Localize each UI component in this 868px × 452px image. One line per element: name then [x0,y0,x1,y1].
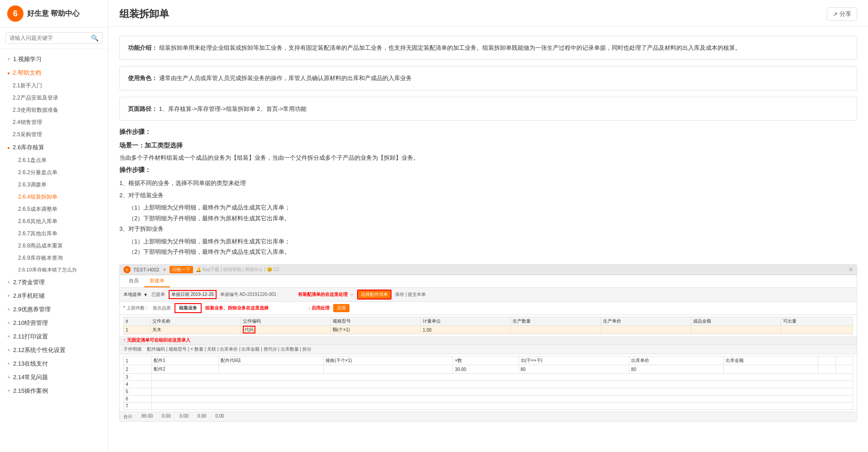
footer-val4: 0.00 [198,414,206,420]
table-row: 7 [124,403,853,410]
share-label: 分享 [840,10,851,18]
sidebar-item-coupon[interactable]: + 2.9优惠券管理 [0,303,108,316]
inner-order-label: 单据编号 AD-20191226-001 [220,291,277,298]
sidebar-item-faq[interactable]: + 2.14常见问题 [0,371,108,384]
sidebar-item-docs[interactable]: ● 2.帮助文档 [0,66,108,80]
cell-unit: 1.00 [421,326,511,334]
cell-prod-price [601,326,691,334]
sidebar-item-ledger-fix[interactable]: 2.6.10库存账本错了怎么办 [0,264,108,276]
inner-submitted-label: 已提单 [151,291,165,298]
footer-val2: 0.00 [162,414,170,420]
sidebar-item-video[interactable]: + 1.视频学习 [0,52,108,66]
sidebar-item-install[interactable]: 2.2产品安装及登录 [0,92,108,104]
inner-upper-table: # 父件名称 父件编码 规格型号 计量单位 生产数量 生产单价 成品金额 可出量 [123,317,853,334]
scene1-title: 场景一：加工类型选择 [119,142,857,150]
sidebar-item-other-in[interactable]: 2.6.6其他入库单 [0,215,108,228]
sidebar-item-label: 2.8手机旺辅 [13,292,45,300]
inner-logo-icon: 6 [123,266,131,273]
inner-enable-btn[interactable]: 启用 [333,304,349,312]
step3-sub1: （1）上部明细为父件明细，最终作为原材料生成其它出库单； [119,236,857,247]
cell-prod-qty [511,326,601,334]
sidebar-item-label: 2.13在线支付 [13,360,48,368]
inner-dropdown-icon: ▼ [143,292,148,297]
inner-close-icon[interactable]: ✕ [849,266,853,273]
expand-icon-5: + [7,320,10,326]
expand-icon: + [7,56,10,62]
inner-tab-home[interactable]: 自员 [123,275,144,287]
sidebar-item-label: 2.7资金管理 [13,278,45,286]
search-input[interactable] [9,35,91,41]
expand-icon-8: + [7,361,10,367]
expand-icon-3: + [7,293,10,299]
sidebar-item-cost-adjust[interactable]: 2.6.5成本调整单 [0,203,108,215]
cell-spec: 颗(个×1) [330,326,420,334]
function-intro-box: 功能介绍： 组装拆卸单用来处理企业组装或拆卸等加工业务，支持有固定装配清单的产品… [119,36,857,60]
main-content-area: 组装拆卸单 ↗ 分享 功能介绍： 组装拆卸单用来处理企业组装或拆卸等加工业务，支… [108,0,868,452]
sidebar-item-mobile[interactable]: + 2.8手机旺辅 [0,289,108,303]
sidebar-item-data-prep[interactable]: 2.3使用前数据准备 [0,104,108,116]
col-spec: 规格型号 [330,317,420,326]
footer-val5: 0.00 [215,414,224,420]
inner-sub-header-label: 子件明细 [123,346,142,352]
sidebar-item-cases[interactable]: + 2.15操作案例 [0,384,108,398]
sidebar-nav: + 1.视频学习 ● 2.帮助文档 2.1新手入门 2.2产品安装及登录 2.3… [0,49,108,452]
sidebar: 6 好生意 帮助中心 🔍 + 1.视频学习 ● 2.帮助文档 2.1新手入门 2… [0,0,108,452]
table-row: 4 [124,381,853,388]
role-text: 通常由生产人员或库管人员完成拆装业务的操作，库管人员确认原材料的出库和产成品的入… [159,75,412,81]
inner-tab-new[interactable]: 新建单 [144,275,170,287]
col-parent-code: 父件编码 [241,317,330,326]
step3: 3、对于拆卸业务 [119,224,857,234]
table-row: 6 [124,395,853,403]
sidebar-item-system[interactable]: + 2.12系统个性化设置 [0,343,108,357]
sidebar-item-other-out[interactable]: 2.6.7其他出库单 [0,228,108,240]
sidebar-item-label: 2.14常见问题 [13,373,48,381]
table-row: 1 配件1 配件代码1 规格(千个×1) ×数 出(千×+千) 出库单价 出库金… [124,357,853,365]
inner-extra-btns: 保存 | 提交本单 [395,291,426,298]
sidebar-item-payment[interactable]: + 2.13在线支付 [0,357,108,371]
share-button[interactable]: ↗ 分享 [827,7,857,21]
sidebar-item-ledger-query[interactable]: 2.6.9库存账本查询 [0,252,108,264]
share-icon: ↗ [833,11,838,18]
sidebar-item-assembly[interactable]: 2.6.4组装拆卸单 [0,191,108,203]
inner-config-btn[interactable]: 选择配件清单 [357,290,392,300]
col-price: 生产单价 [601,317,691,326]
search-icon[interactable]: 🔍 [91,34,99,42]
sidebar-item-partial-count[interactable]: 2.6.2分量盘点单 [0,167,108,179]
role-label: 使用角色： [128,75,157,81]
inner-upper-count-label: * 上部件数： [123,305,149,311]
screenshot-mockup: 6 TEST-H002 ▼ 闪银一下 🔔 App下载 | 给组帮助 | 帮助中心… [119,264,857,422]
ops-steps-title: 操作步骤： [119,166,857,174]
cell-parent-code: 代码 [241,326,330,334]
expand-icon-4: + [7,306,10,313]
sidebar-item-newbie[interactable]: 2.1新手入门 [0,80,108,92]
step2: 2、对于组装业务 [119,190,857,200]
step2-sub2: （2）下部明细为子件明细，最终作为原材料生成其它出库单。 [119,213,857,224]
ops-block: 操作步骤： 场景一：加工类型选择 当由多个子件材料组装成一个成品的业务为【组装】… [119,128,857,257]
inner-date-field[interactable]: 单据日期 2019-12-26 [169,290,217,299]
expand-icon-7: + [7,347,10,353]
sidebar-item-print[interactable]: + 2.11打印设置 [0,330,108,343]
function-intro-label: 功能介绍： [128,44,157,51]
logo-icon: 6 [7,5,24,22]
cell-amount [691,326,781,334]
sidebar-item-stocktake[interactable]: 2.6.1盘点单 [0,154,108,167]
search-container: 🔍 [0,28,108,49]
col-qty: 生产数量 [511,317,601,326]
cell-avail [781,326,853,334]
sidebar-item-finance[interactable]: + 2.7资金管理 [0,276,108,289]
article-body: 功能介绍： 组装拆卸单用来处理企业组装或拆卸等加工业务，支持有固定装配清单的产品… [108,27,868,452]
col-parent-name: 父件名称 [151,317,241,326]
sidebar-item-ops[interactable]: + 2.10经营管理 [0,316,108,330]
annotation-type-label: 组装业务、拆卸业务在这里选择 [205,305,269,311]
sidebar-item-transfer[interactable]: 2.6.3调拨单 [0,179,108,191]
sidebar-item-sales[interactable]: 2.4销售管理 [0,116,108,128]
inner-type-selector[interactable]: 组装业务 [175,303,202,313]
sidebar-item-cost-recalc[interactable]: 2.6.8商品成本重算 [0,240,108,252]
page-header: 组装拆卸单 ↗ 分享 [108,0,868,27]
col-unit: 计量单位 [421,317,511,326]
sidebar-item-inventory[interactable]: ● 2.6库存核算 [0,141,108,154]
sidebar-item-purchase[interactable]: 2.5采购管理 [0,128,108,141]
inner-active-btn: 闪银一下 [170,266,193,273]
inner-batch-label: 批次品质 [153,305,171,311]
step3-sub2: （2）下部明细为子件明细，最终作为产成品生成其它入库单。 [119,247,857,257]
